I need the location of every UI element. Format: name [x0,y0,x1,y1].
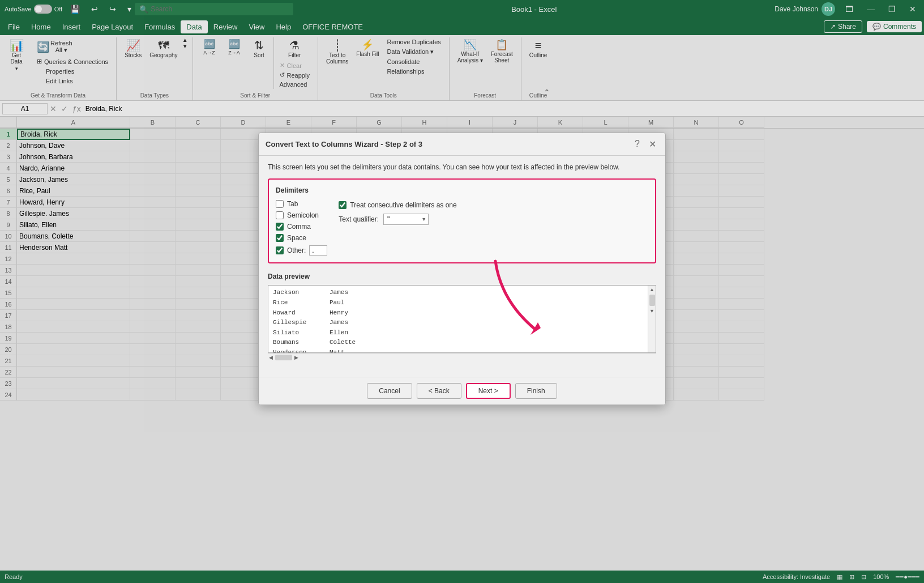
cancel-button[interactable]: Cancel [367,383,412,399]
dialog-body: This screen lets you set the delimiters … [259,156,665,377]
qualifier-row: Text qualifier: " ' {none} [339,214,456,225]
dialog-title-bar: Convert Text to Columns Wizard - Step 2 … [259,133,665,156]
delimiters-box: Delimiters Tab Semicolon [268,178,656,263]
finish-button[interactable]: Finish [515,383,557,399]
comma-checkbox[interactable] [276,223,284,231]
dialog-close-button[interactable]: ✕ [647,138,658,151]
main-area: A B C D E F G H I J K L M N O 1Broida, R… [0,117,924,583]
semicolon-checkbox[interactable] [276,211,284,219]
list-item: HendersonMatt [273,348,643,352]
space-checkbox-row: Space [276,234,327,242]
list-item: RicePaul [273,298,643,308]
tab-checkbox[interactable] [276,200,284,208]
dialog-help-button[interactable]: ? [632,138,642,151]
delimiters-left: Tab Semicolon Comma [276,200,327,256]
qualifier-wrapper: " ' {none} [383,214,429,225]
consecutive-checkbox-row: Treat consecutive delimiters as one [339,201,456,209]
semicolon-label: Semicolon [287,211,319,219]
list-item: SiliatoEllen [273,328,643,338]
qualifier-select[interactable]: " ' {none} [383,214,429,225]
comma-checkbox-row: Comma [276,223,327,231]
list-item: BoumansColette [273,338,643,348]
preview-section: Data preview JacksonJamesRicePaulHowardH… [268,273,656,361]
other-checkbox[interactable] [276,246,284,254]
dialog-title: Convert Text to Columns Wizard - Step 2 … [266,140,422,148]
tab-checkbox-row: Tab [276,200,327,208]
preview-scrollbar-v[interactable]: ▲ ▼ [648,286,656,352]
qualifier-label: Text qualifier: [339,215,379,223]
preview-title: Data preview [268,273,656,280]
dialog-overlay: Convert Text to Columns Wizard - Step 2 … [0,0,924,583]
consecutive-label: Treat consecutive delimiters as one [350,201,456,209]
scrollbar-down-icon[interactable]: ▼ [648,307,656,315]
preview-scrollbar-h[interactable]: ◀ ▶ [268,353,656,361]
dialog-description: This screen lets you set the delimiters … [268,163,656,172]
space-label: Space [287,234,306,242]
next-button[interactable]: Next > [466,383,511,399]
other-checkbox-row: Other: [276,245,327,256]
text-to-columns-dialog: Convert Text to Columns Wizard - Step 2 … [258,133,666,406]
preview-area: JacksonJamesRicePaulHowardHenryGillespie… [268,285,656,353]
comma-label: Comma [287,223,311,231]
back-button[interactable]: < Back [417,383,461,399]
delimiters-layout: Tab Semicolon Comma [276,200,648,256]
list-item: JacksonJames [273,288,643,298]
consecutive-checkbox[interactable] [339,201,346,209]
list-item: HowardHenry [273,308,643,318]
scrollbar-right-icon[interactable]: ▶ [293,355,300,360]
tab-label: Tab [287,200,298,208]
other-label: Other: [287,246,306,254]
scrollbar-left-icon[interactable]: ◀ [268,355,274,360]
delimiters-title: Delimiters [276,186,648,194]
semicolon-checkbox-row: Semicolon [276,211,327,219]
scrollbar-up-icon[interactable]: ▲ [648,286,656,293]
other-value-input[interactable] [309,245,327,256]
delimiters-right: Treat consecutive delimiters as one Text… [339,200,456,256]
preview-content: JacksonJamesRicePaulHowardHenryGillespie… [268,286,648,352]
list-item: GillespieJames [273,318,643,328]
space-checkbox[interactable] [276,234,284,242]
scrollbar-thumb-h[interactable] [275,355,292,360]
dialog-footer: Cancel < Back Next > Finish [259,377,665,405]
scrollbar-thumb-v[interactable] [649,295,655,306]
dialog-title-buttons: ? ✕ [632,138,658,151]
